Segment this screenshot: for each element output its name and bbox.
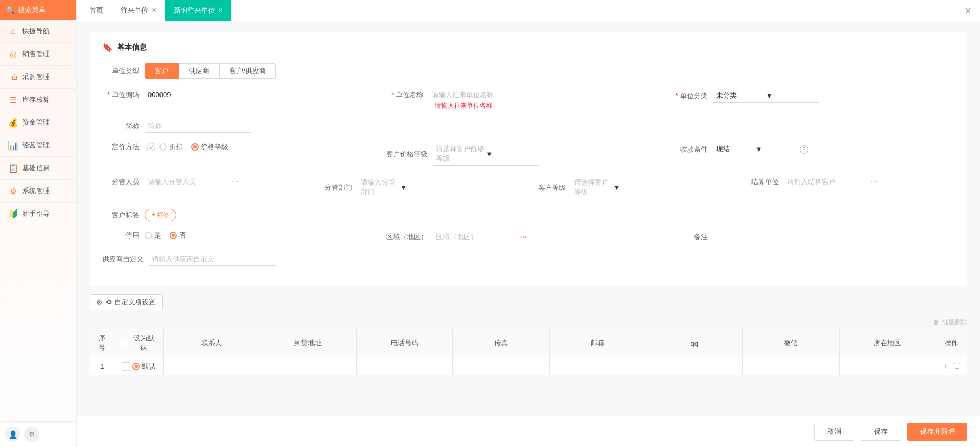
table-row: 1 默认 xyxy=(90,357,967,375)
phone-input[interactable] xyxy=(362,362,447,370)
cell-wechat[interactable] xyxy=(743,357,839,375)
manager-more-icon[interactable]: ··· xyxy=(229,177,240,187)
disabled-no-circle xyxy=(170,232,177,239)
cell-index: 1 xyxy=(90,357,114,375)
unit-type-supplier-btn[interactable]: 供应商 xyxy=(179,63,219,79)
add-row-btn[interactable]: ＋ xyxy=(941,361,950,372)
settings-footer-icon[interactable]: ⚙ xyxy=(24,427,39,442)
row-checkbox[interactable] xyxy=(122,362,130,371)
search-menu-btn[interactable]: 🔍 搜索菜单 xyxy=(0,0,76,20)
tab-partners-close[interactable]: ✕ xyxy=(152,7,156,14)
payment-help-icon[interactable]: ? xyxy=(800,145,808,154)
custom-settings-button[interactable]: ⚙ ⚙ 自定义项设置 xyxy=(90,294,163,310)
unit-type-both-btn[interactable]: 客户/供应商 xyxy=(219,63,276,79)
short-name-field: 简称 xyxy=(102,120,955,133)
address-input[interactable] xyxy=(265,362,351,370)
region-cell-input[interactable] xyxy=(845,362,930,370)
cell-phone[interactable] xyxy=(357,357,453,375)
save-button[interactable]: 保存 xyxy=(861,423,901,441)
save-new-button[interactable]: 保存并新增 xyxy=(907,423,967,441)
section-title: 🔖 基本信息 xyxy=(102,42,955,52)
sidebar-item-operation[interactable]: 📊 经营管理 xyxy=(0,134,76,157)
unit-code-input[interactable] xyxy=(145,89,251,101)
disabled-field: 停用 是 否 xyxy=(102,231,386,240)
unit-category-select[interactable]: 未分类 ▼ xyxy=(713,89,819,103)
cell-email[interactable] xyxy=(549,357,646,375)
batch-delete-icon: 🗑 xyxy=(933,319,940,326)
unit-type-buttons: 客户 供应商 客户/供应商 xyxy=(145,63,276,79)
default-radio[interactable]: 默认 xyxy=(132,362,156,371)
cell-address[interactable] xyxy=(260,357,356,375)
cell-contact[interactable] xyxy=(163,357,260,375)
pricing-help-icon[interactable]: ? xyxy=(147,143,155,151)
short-name-input[interactable] xyxy=(145,120,251,133)
sales-icon: ◎ xyxy=(8,49,18,59)
select-all-checkbox[interactable] xyxy=(120,339,128,347)
cell-fax[interactable] xyxy=(453,357,549,375)
settings-gear-icon: ⚙ xyxy=(96,299,103,306)
table-section: ⚙ ⚙ 自定义项设置 🗑 批量删除 序号 设为默认 xyxy=(90,294,967,416)
tab-partners[interactable]: 往来单位 ✕ xyxy=(112,0,165,21)
contacts-table: 序号 设为默认 联系人 到货地址 电话号码 传真 邮箱 qq xyxy=(90,329,967,375)
unit-type-customer-btn[interactable]: 客户 xyxy=(145,63,179,79)
price-level-arrow-icon: ▼ xyxy=(486,150,536,158)
region-more-icon[interactable]: ··· xyxy=(518,232,529,242)
tag-add-button[interactable]: + 标签 xyxy=(145,209,176,221)
unit-info-row: 单位编码 单位名称 请输入往来单位名称 单位分类 未分类 xyxy=(102,89,955,110)
sidebar-footer: 👤 ⚙ xyxy=(0,421,76,447)
cancel-button[interactable]: 取消 xyxy=(814,423,854,441)
customer-price-level-select[interactable]: 请选择客户价格等级 ▼ xyxy=(433,142,539,166)
customer-level-select[interactable]: 请选择客户等级 ▼ xyxy=(571,176,656,199)
pricing-discount-radio[interactable]: 折扣 xyxy=(159,142,183,152)
settlement-unit-input[interactable] xyxy=(784,176,869,188)
col-region: 所在地区 xyxy=(839,329,936,357)
tab-new-partner[interactable]: 新增往来单位 ✕ xyxy=(165,0,232,21)
col-email: 邮箱 xyxy=(549,329,646,357)
disabled-yes-radio[interactable]: 是 xyxy=(145,231,161,240)
department-select[interactable]: 请输入分管部门 ▼ xyxy=(358,176,442,199)
inventory-icon: ☰ xyxy=(8,95,18,104)
sidebar-item-sales[interactable]: ◎ 销售管理 xyxy=(0,43,76,66)
supplier-custom-field: 供应商自定义 xyxy=(102,253,955,266)
payment-terms-select[interactable]: 现结 ▼ xyxy=(713,142,798,156)
tab-new-partner-close[interactable]: ✕ xyxy=(218,7,223,14)
unit-name-input[interactable] xyxy=(429,89,556,101)
tags-field: 客户标签 + 标签 xyxy=(102,209,955,221)
short-name-label: 简称 xyxy=(102,121,145,131)
fax-input[interactable] xyxy=(458,362,544,370)
sidebar-item-purchase[interactable]: 🛍 采购管理 xyxy=(0,66,76,89)
unit-name-label: 单位名称 xyxy=(386,90,429,100)
default-radio-circle xyxy=(132,363,140,370)
section-icon: 🔖 xyxy=(102,42,113,52)
qq-input[interactable] xyxy=(652,362,737,370)
remarks-input[interactable] xyxy=(713,231,872,243)
manager-input[interactable] xyxy=(145,176,229,188)
pricing-method-label: 定价方法 xyxy=(102,142,145,152)
unit-type-row: 单位类型 客户 供应商 客户/供应商 xyxy=(102,63,955,79)
tab-home[interactable]: 首页 xyxy=(81,0,112,21)
wechat-input[interactable] xyxy=(748,362,833,370)
sidebar-item-basic-info[interactable]: 📋 基础信息 xyxy=(0,157,76,180)
disabled-no-radio[interactable]: 否 xyxy=(170,231,186,240)
sidebar-item-inventory[interactable]: ☰ 库存核算 xyxy=(0,89,76,111)
col-contact: 联系人 xyxy=(163,329,260,357)
window-close-btn[interactable]: ✕ xyxy=(965,5,972,15)
cell-default: 默认 xyxy=(114,357,163,375)
contact-input[interactable] xyxy=(169,362,254,370)
unit-type-label: 单位类型 xyxy=(102,66,145,76)
supplier-custom-input[interactable] xyxy=(149,253,276,266)
tab-bar: 首页 往来单位 ✕ 新增往来单位 ✕ ✕ xyxy=(77,0,980,21)
sidebar-item-quick-nav[interactable]: ⌂ 快捷导航 xyxy=(0,20,76,43)
disabled-row: 停用 是 否 区域（地区） ··· xyxy=(102,231,955,243)
sidebar-item-finance[interactable]: 💰 资金管理 xyxy=(0,111,76,134)
region-input[interactable] xyxy=(433,231,518,243)
cell-region[interactable] xyxy=(839,357,936,375)
unit-category-label: 单位分类 xyxy=(671,91,713,101)
pricing-level-radio[interactable]: 价格等级 xyxy=(191,142,228,152)
cell-qq[interactable] xyxy=(646,357,743,375)
delete-row-btn[interactable]: 🗑 xyxy=(953,361,961,372)
settlement-more-icon[interactable]: ··· xyxy=(869,177,880,187)
sidebar-item-guide[interactable]: 🔰 新手引导 xyxy=(0,203,76,225)
sidebar-item-system[interactable]: ⚙ 系统管理 xyxy=(0,180,76,203)
email-input[interactable] xyxy=(555,362,640,370)
